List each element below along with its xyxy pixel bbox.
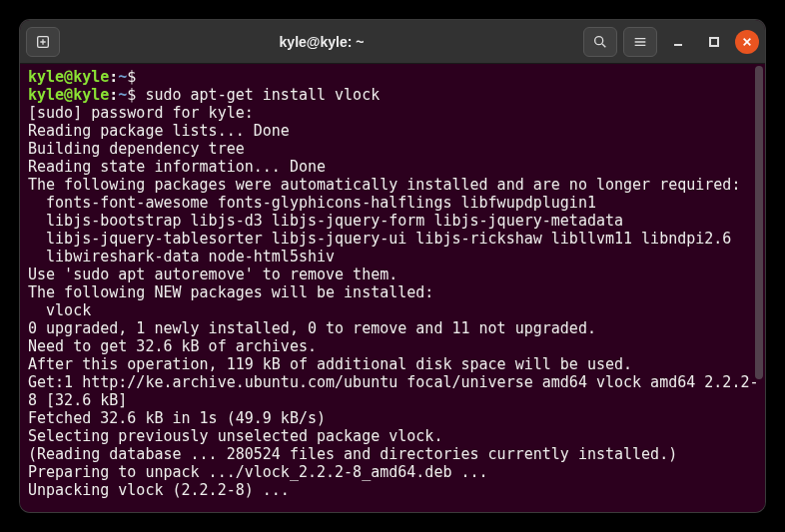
prompt-symbol: $: [127, 86, 136, 104]
svg-point-3: [595, 36, 603, 44]
prompt-path: ~: [118, 68, 127, 86]
output-line: After this operation, 119 kB of addition…: [28, 355, 632, 373]
titlebar: kyle@kyle: ~: [20, 20, 765, 64]
output-line: libjs-bootstrap libjs-d3 libjs-jquery-fo…: [28, 212, 623, 230]
output-line: Use 'sudo apt autoremove' to remove them…: [28, 266, 397, 283]
output-line: Building dependency tree: [28, 140, 245, 158]
window-title: kyle@kyle: ~: [66, 34, 577, 50]
prompt-colon: :: [109, 86, 118, 104]
prompt-path: ~: [118, 86, 127, 104]
output-line: The following NEW packages will be insta…: [28, 283, 433, 301]
output-line: Reading state information... Done: [28, 158, 326, 176]
prompt-symbol: $: [127, 68, 136, 86]
output-line: Reading package lists... Done: [28, 122, 290, 140]
output-line: libwireshark-data node-html5shiv: [28, 248, 335, 266]
scrollbar[interactable]: [755, 66, 763, 379]
output-line: Preparing to unpack .../vlock_2.2.2-8_am…: [28, 463, 488, 481]
svg-rect-9: [710, 38, 718, 46]
output-line: 0 upgraded, 1 newly installed, 0 to remo…: [28, 319, 596, 337]
output-line: Unpacking vlock (2.2.2-8) ...: [28, 481, 290, 499]
minimize-button[interactable]: [663, 27, 693, 57]
output-line: Fetched 32.6 kB in 1s (49.9 kB/s): [28, 409, 326, 427]
prompt-colon: :: [109, 68, 118, 86]
maximize-button[interactable]: [699, 27, 729, 57]
command-line-2: sudo apt-get install vlock: [145, 86, 380, 104]
output-line: Selecting previously unselected package …: [28, 427, 442, 445]
terminal-window: kyle@kyle: ~ kyle@kyle:~$ kyle@kyle:~$ s…: [20, 20, 765, 512]
new-tab-button[interactable]: [26, 27, 60, 57]
titlebar-right: [583, 27, 759, 57]
output-line: (Reading database ... 280524 files and d…: [28, 445, 677, 463]
search-button[interactable]: [583, 27, 617, 57]
output-line: The following packages were automaticall…: [28, 176, 740, 194]
menu-button[interactable]: [623, 27, 657, 57]
close-button[interactable]: [735, 30, 759, 54]
prompt-user: kyle@kyle: [28, 86, 109, 104]
output-line: Need to get 32.6 kB of archives.: [28, 337, 317, 355]
terminal-body[interactable]: kyle@kyle:~$ kyle@kyle:~$ sudo apt-get i…: [20, 64, 765, 512]
output-line: libjs-jquery-tablesorter libjs-jquery-ui…: [28, 230, 731, 248]
output-line: [sudo] password for kyle:: [28, 104, 254, 122]
svg-line-4: [602, 44, 605, 47]
output-line: Get:1 http://ke.archive.ubuntu.com/ubunt…: [28, 373, 759, 409]
prompt-user: kyle@kyle: [28, 68, 109, 86]
output-line: fonts-font-awesome fonts-glyphicons-half…: [28, 194, 596, 212]
output-line: vlock: [28, 301, 91, 319]
